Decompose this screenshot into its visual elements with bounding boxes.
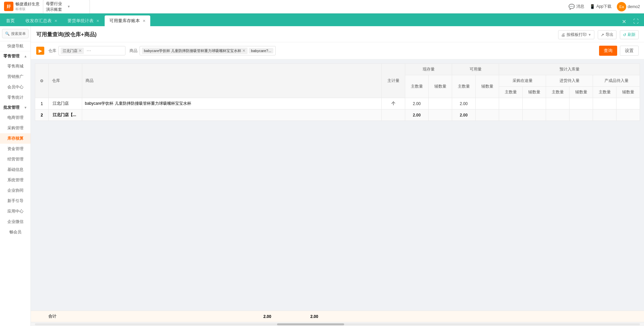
logo-subtext: 标准版 [15, 7, 40, 11]
sidebar-item-marketing[interactable]: 营销推广 [0, 72, 31, 82]
sidebar-item-enterprise[interactable]: 企业协同 [0, 185, 31, 196]
row-2-inc-main [546, 109, 570, 121]
tab-receipt-summary[interactable]: 收发存汇总表 ✕ [21, 15, 62, 26]
message-btn[interactable]: 💬 消息 [569, 4, 584, 10]
scroll-thumb[interactable] [277, 323, 344, 325]
logo-icon: 好 [4, 2, 13, 11]
row-2-inc-aux [570, 109, 593, 121]
row-1-warehouse: 江北门店 [49, 98, 82, 109]
sidebar-item-basic-label: 基础信息 [7, 167, 23, 172]
scroll-track[interactable] [35, 323, 640, 325]
th-inc-main: 主数量 [546, 87, 570, 98]
sidebar-item-enterprise-label: 企业协同 [7, 188, 23, 193]
sidebar-item-ecommerce-label: 电商管理 [7, 115, 23, 120]
footer-label: 合计 [35, 314, 99, 319]
sidebar-item-marketing-label: 营销推广 [7, 74, 23, 79]
sidebar-group-retail[interactable]: 零售管理 ▲ [0, 51, 31, 61]
sidebar-group-wholesale[interactable]: 批发管理 ▼ [0, 103, 31, 112]
th-settings[interactable]: ⚙ [35, 64, 49, 98]
sidebar-item-system[interactable]: 系统管理 [0, 175, 31, 185]
settings-icon: ⚙ [40, 79, 44, 83]
tab-order-stats[interactable]: 要货单统计表 ✕ [63, 15, 104, 26]
tab-home[interactable]: 首页 [1, 15, 20, 26]
warehouse-tag-close[interactable]: ✕ [78, 48, 82, 53]
avatar: Ea [617, 2, 626, 11]
table-footer: 合计 2.00 2.00 [31, 311, 644, 322]
sidebar-item-guide-label: 新手引导 [7, 198, 23, 203]
row-2-warehouse: 江北门店【... [49, 109, 82, 121]
sidebar-item-purchase-label: 采购管理 [7, 126, 23, 130]
footer-available-main: 2.00 [303, 314, 326, 319]
app-download-btn[interactable]: 📱 App下载 [590, 4, 611, 9]
row-1-product: babycare学饮杯 儿童防摔防撞吸管杯重力球吸嘴杯宝宝水杯 [82, 98, 382, 109]
sidebar-item-member-label: 畅会员 [9, 230, 21, 234]
tab-inventory-ledger-close[interactable]: ✕ [143, 19, 146, 23]
tab-order-stats-label: 要货单统计表 [67, 18, 94, 24]
sidebar-item-retail-stats[interactable]: 零售统计 [0, 92, 31, 103]
sidebar-item-guide[interactable]: 新手引导 [0, 196, 31, 206]
table-row-subtotal: 2 江北门店【... 2.00 2.00 [35, 109, 640, 121]
industry-label: 母婴行业演示账套 [46, 1, 66, 12]
sidebar-item-finance[interactable]: 资金管理 [0, 144, 31, 154]
warehouse-tags[interactable]: 江北门店 ✕ ··· [58, 46, 125, 55]
row-1-unit: 个 [382, 98, 405, 109]
sidebar-item-wechat[interactable]: 企业微信 [0, 217, 31, 227]
export-icon: ↗ [601, 33, 604, 37]
product-tags[interactable]: babycare学饮杯 儿童防摔防撞吸管杯重力球吸嘴杯宝宝水杯 ✕ babyca… [140, 46, 276, 55]
tab-receipt-summary-close[interactable]: ✕ [54, 19, 57, 23]
industry-selector[interactable]: 母婴行业演示账套 ▼ [43, 0, 90, 14]
sidebar-item-system-label: 系统管理 [7, 178, 23, 182]
warehouse-tag-0: 江北门店 ✕ [61, 48, 84, 54]
row-2-pt-aux [523, 109, 546, 121]
warehouse-filter-label: 仓库 [48, 48, 56, 54]
row-1-fin-aux [616, 98, 640, 109]
query-btn[interactable]: 查询 [599, 46, 617, 56]
user-profile[interactable]: Ea demo2 [617, 2, 640, 11]
row-1-pt-main [499, 98, 523, 109]
export-btn[interactable]: ↗ 导出 [598, 30, 616, 39]
sidebar-item-ops[interactable]: 经营管理 [0, 154, 31, 165]
th-incoming-group: 进货待入量 [546, 75, 593, 87]
page-header: 可用量查询(按仓库+商品) 🖨 按模板打印 ▼ ↗ 导出 ↺ 刷新 [31, 26, 644, 42]
row-2-no: 2 [35, 109, 49, 121]
row-2-stock-aux [429, 109, 452, 121]
sidebar-item-appcenter[interactable]: 应用中心 [0, 206, 31, 217]
settings-btn[interactable]: 设置 [620, 46, 639, 56]
th-finished-group: 产成品待入量 [593, 75, 640, 87]
filter-toggle-btn[interactable]: ▶ [36, 47, 44, 55]
sidebar-item-ecommerce[interactable]: 电商管理 [0, 112, 31, 123]
refresh-icon: ↺ [623, 33, 626, 37]
template-print-btn[interactable]: 🖨 按模板打印 ▼ [558, 30, 594, 39]
warehouse-tag-text: 江北门店 [63, 48, 77, 53]
top-bar-right: 💬 消息 📱 App下载 Ea demo2 [569, 2, 640, 11]
sidebar-item-basic[interactable]: 基础信息 [0, 165, 31, 175]
avatar-text: Ea [620, 5, 624, 9]
warehouse-more-icon[interactable]: ··· [85, 48, 92, 54]
th-available-group: 可用量 [452, 64, 499, 75]
sidebar-item-members[interactable]: 会员中心 [0, 82, 31, 92]
sidebar-item-retail-mall[interactable]: 零售商城 [0, 61, 31, 72]
sidebar-search-btn[interactable]: 🔍 搜索菜单 [2, 29, 29, 38]
filter-actions: 查询 设置 [599, 46, 639, 56]
export-label: 导出 [605, 32, 613, 38]
sidebar-item-inventory[interactable]: 库存核算 [0, 133, 31, 144]
content-area: 可用量查询(按仓库+商品) 🖨 按模板打印 ▼ ↗ 导出 ↺ 刷新 [31, 26, 644, 326]
tab-expand-btn[interactable]: ⛶ [631, 17, 641, 26]
sidebar-item-member[interactable]: 畅会员 [0, 227, 31, 237]
table-container[interactable]: ⚙ 仓库 商品 主计量 现存量 可用量 预计入库量 [31, 59, 644, 311]
tab-order-stats-close[interactable]: ✕ [96, 19, 99, 23]
tab-inventory-ledger[interactable]: 可用量库存账本 ✕ [105, 15, 150, 26]
table-row: 1 江北门店 babycare学饮杯 儿童防摔防撞吸管杯重力球吸嘴杯宝宝水杯 个… [35, 98, 640, 109]
sidebar-item-purchase[interactable]: 采购管理 [0, 123, 31, 133]
th-stock-group: 现存量 [405, 64, 452, 75]
table-scroll-bar[interactable] [31, 322, 644, 326]
th-fin-main: 主数量 [593, 87, 616, 98]
tab-bar-actions: ✕ ⛶ [619, 17, 644, 26]
product-tag-0-close[interactable]: ✕ [242, 48, 246, 53]
row-1-inc-main [546, 98, 570, 109]
message-icon: 💬 [569, 4, 575, 10]
row-1-stock-main: 2.00 [405, 98, 429, 109]
tab-close-all-btn[interactable]: ✕ [619, 17, 629, 26]
sidebar-item-quicknav[interactable]: 快捷导航 [0, 41, 31, 51]
refresh-btn[interactable]: ↺ 刷新 [620, 30, 639, 39]
